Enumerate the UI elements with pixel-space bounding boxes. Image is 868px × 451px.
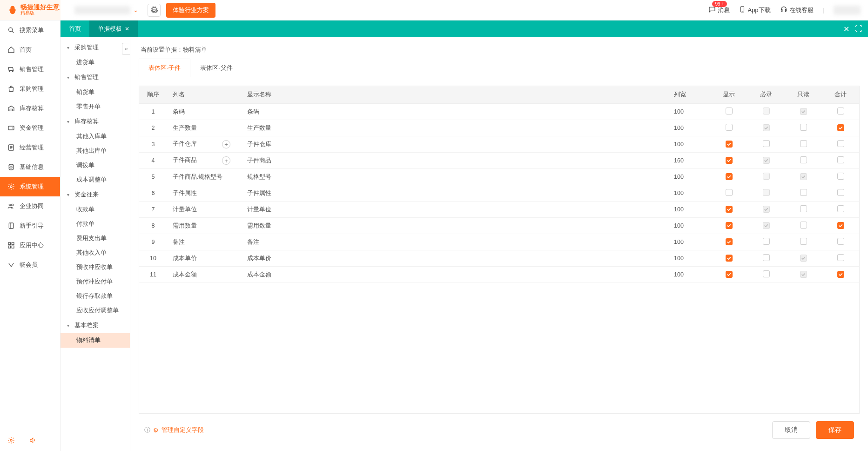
checkbox[interactable] bbox=[726, 222, 733, 229]
cell-display[interactable]: 子件商品 bbox=[242, 153, 668, 169]
cell-display[interactable]: 成本单价 bbox=[242, 250, 668, 267]
cancel-button[interactable]: 取消 bbox=[772, 421, 810, 439]
checkbox[interactable] bbox=[837, 271, 844, 278]
checkbox[interactable] bbox=[837, 108, 844, 114]
messages-link[interactable]: 消息 99 + bbox=[708, 6, 730, 14]
checkbox[interactable] bbox=[726, 141, 733, 148]
tree-item-应收应付调整单[interactable]: 应收应付调整单 bbox=[61, 303, 130, 318]
checkbox[interactable] bbox=[800, 189, 807, 196]
checkbox[interactable] bbox=[763, 254, 770, 261]
cell-width[interactable]: 100 bbox=[668, 185, 710, 202]
tree-item-银行存取款单[interactable]: 银行存取款单 bbox=[61, 289, 130, 303]
checkbox[interactable] bbox=[800, 222, 807, 229]
checkbox[interactable] bbox=[837, 124, 844, 131]
tabs-close-all-icon[interactable]: ✕ bbox=[843, 25, 849, 34]
nav-item-search[interactable]: 搜索菜单 bbox=[0, 20, 60, 40]
tree-group-资金往来[interactable]: ▾资金往来 bbox=[61, 187, 130, 202]
checkbox[interactable] bbox=[800, 156, 807, 163]
tabs-fullscreen-icon[interactable]: ⛶ bbox=[855, 25, 862, 33]
tree-item-其他收入单[interactable]: 其他收入单 bbox=[61, 246, 130, 260]
checkbox[interactable] bbox=[800, 124, 807, 131]
checkbox[interactable] bbox=[800, 238, 807, 245]
footer-sound-icon[interactable] bbox=[29, 437, 36, 445]
cell-width[interactable]: 100 bbox=[668, 136, 710, 153]
checkbox[interactable] bbox=[837, 254, 844, 261]
nav-item-wallet[interactable]: 资金管理 bbox=[0, 118, 60, 138]
add-icon[interactable]: + bbox=[222, 156, 230, 165]
checkbox[interactable] bbox=[800, 140, 807, 147]
checkbox[interactable] bbox=[837, 173, 844, 180]
tree-item-零售开单[interactable]: 零售开单 bbox=[61, 100, 130, 114]
inner-tab-表体区-子件[interactable]: 表体区-子件 bbox=[139, 59, 190, 77]
company-select[interactable]: ⌄ bbox=[70, 3, 143, 17]
tree-item-调拨单[interactable]: 调拨单 bbox=[61, 158, 130, 173]
cell-display[interactable]: 成本金额 bbox=[242, 267, 668, 283]
app-download-link[interactable]: App下载 bbox=[739, 6, 770, 14]
nav-item-gear[interactable]: 系统管理 bbox=[0, 177, 60, 196]
cell-width[interactable]: 100 bbox=[668, 169, 710, 185]
cell-width[interactable]: 100 bbox=[668, 218, 710, 234]
tree-group-基本档案[interactable]: ▾基本档案 bbox=[61, 318, 130, 333]
tree-item-进货单[interactable]: 进货单 bbox=[61, 55, 130, 70]
save-button[interactable]: 保存 bbox=[816, 421, 854, 439]
tree-item-成本调整单[interactable]: 成本调整单 bbox=[61, 173, 130, 187]
cell-width[interactable]: 100 bbox=[668, 202, 710, 218]
add-icon[interactable]: + bbox=[222, 140, 230, 148]
cell-display[interactable]: 计量单位 bbox=[242, 202, 668, 218]
cell-width[interactable]: 100 bbox=[668, 120, 710, 136]
cell-display[interactable]: 生产数量 bbox=[242, 120, 668, 136]
tree-group-采购管理[interactable]: ▾采购管理 bbox=[61, 40, 130, 55]
tree-item-销货单[interactable]: 销货单 bbox=[61, 85, 130, 100]
settings-icon-button[interactable] bbox=[148, 4, 161, 17]
checkbox[interactable] bbox=[726, 157, 733, 164]
checkbox[interactable] bbox=[800, 205, 807, 212]
cell-width[interactable]: 100 bbox=[668, 234, 710, 250]
checkbox[interactable] bbox=[726, 271, 733, 278]
checkbox[interactable] bbox=[837, 205, 844, 212]
checkbox[interactable] bbox=[837, 189, 844, 196]
nav-item-vip[interactable]: 畅会员 bbox=[0, 255, 60, 275]
checkbox[interactable] bbox=[837, 222, 844, 229]
tree-item-其他入库单[interactable]: 其他入库单 bbox=[61, 129, 130, 144]
checkbox[interactable] bbox=[726, 108, 733, 114]
tree-item-费用支出单[interactable]: 费用支出单 bbox=[61, 231, 130, 246]
cell-display[interactable]: 备注 bbox=[242, 234, 668, 250]
cell-display[interactable]: 子件仓库 bbox=[242, 136, 668, 153]
checkbox[interactable] bbox=[726, 206, 733, 213]
checkbox[interactable] bbox=[837, 238, 844, 245]
footer-gear-icon[interactable] bbox=[7, 437, 15, 445]
checkbox[interactable] bbox=[837, 156, 844, 163]
tree-group-销售管理[interactable]: ▾销售管理 bbox=[61, 70, 130, 85]
checkbox[interactable] bbox=[726, 124, 733, 131]
tab-首页[interactable]: 首页 bbox=[61, 20, 89, 37]
checkbox[interactable] bbox=[763, 238, 770, 245]
cell-display[interactable]: 需用数量 bbox=[242, 218, 668, 234]
checkbox[interactable] bbox=[726, 189, 733, 196]
nav-item-db[interactable]: 基础信息 bbox=[0, 157, 60, 177]
cell-width[interactable]: 100 bbox=[668, 250, 710, 267]
nav-item-report[interactable]: 经营管理 bbox=[0, 138, 60, 157]
cell-display[interactable]: 子件属性 bbox=[242, 185, 668, 202]
tree-item-预付冲应付单[interactable]: 预付冲应付单 bbox=[61, 275, 130, 289]
checkbox[interactable] bbox=[726, 173, 733, 180]
cell-width[interactable]: 100 bbox=[668, 267, 710, 283]
nav-item-cart[interactable]: 销售管理 bbox=[0, 60, 60, 79]
inner-tab-表体区-父件[interactable]: 表体区-父件 bbox=[190, 59, 242, 77]
nav-item-warehouse[interactable]: 库存核算 bbox=[0, 99, 60, 118]
cell-display[interactable]: 条码 bbox=[242, 104, 668, 120]
checkbox[interactable] bbox=[837, 140, 844, 147]
nav-item-guide[interactable]: 新手引导 bbox=[0, 216, 60, 236]
checkbox[interactable] bbox=[763, 270, 770, 277]
user-avatar-blurred[interactable] bbox=[834, 6, 861, 15]
tree-item-预收冲应收单[interactable]: 预收冲应收单 bbox=[61, 260, 130, 275]
checkbox[interactable] bbox=[763, 140, 770, 147]
tree-item-付款单[interactable]: 付款单 bbox=[61, 217, 130, 231]
checkbox[interactable] bbox=[726, 255, 733, 262]
tree-item-收款单[interactable]: 收款单 bbox=[61, 202, 130, 217]
nav-item-home[interactable]: 首页 bbox=[0, 40, 60, 60]
cell-width[interactable]: 160 bbox=[668, 153, 710, 169]
cell-display[interactable]: 规格型号 bbox=[242, 169, 668, 185]
online-service-link[interactable]: 在线客服 bbox=[780, 6, 814, 14]
tree-item-物料清单[interactable]: 物料清单 bbox=[61, 333, 130, 348]
nav-item-apps[interactable]: 应用中心 bbox=[0, 236, 60, 255]
